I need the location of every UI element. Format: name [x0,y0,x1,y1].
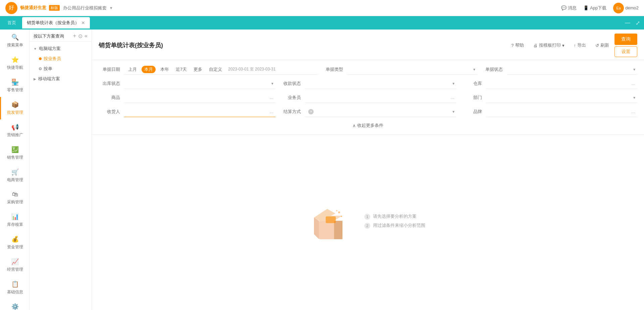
sidebar-item-sales[interactable]: 💹 销售管理 [0,142,29,164]
empty-step-1: 1 请先选择要分析的方案 [364,213,425,220]
help-btn[interactable]: ? 帮助 [508,41,526,50]
add-scheme-btn[interactable]: + [73,33,76,39]
empty-step-2: 2 用过滤条件来缩小分析范围 [364,222,425,229]
collect-status-field[interactable]: ▾ [305,78,456,89]
tab-maximize-btn[interactable]: ⤢ [634,18,641,28]
brand-name: 畅捷通好生意 [20,5,46,11]
user-area[interactable]: Ea demo2 [613,3,639,13]
tab-close-icon[interactable]: ✕ [81,20,85,25]
tab-home[interactable]: 首页 [3,17,21,29]
tree-child-salesman[interactable]: 按业务员 [39,54,92,64]
date-tab-last-month[interactable]: 上月 [126,66,139,73]
date-label: 单据日期 [99,66,120,72]
sidebar-item-purchase[interactable]: 🛍 采购管理 [0,187,29,209]
sidebar-item-search[interactable]: 🔍 搜索菜单 [0,30,29,52]
tree-item-desktop[interactable]: ▼ 电脑端方案 [30,44,92,54]
inventory-icon: 📊 [11,213,19,220]
collapse-btn[interactable]: ∧ 收起更多条件 [99,120,637,131]
tab-minimize-btn[interactable]: — [624,18,632,28]
ecommerce-icon: 🛒 [11,168,19,176]
date-tab-7days[interactable]: 近7天 [174,66,189,73]
warehouse-label: 仓库 [461,81,482,87]
topbar-right: 💬 消息 📱 App下载 Ea demo2 [561,3,639,13]
tree-toggle-icon: ▼ [34,47,37,51]
sidebar-label-quick-nav: 快捷导航 [7,65,23,70]
dept-field[interactable]: ▾ [486,92,637,103]
sidebar-item-system[interactable]: ⚙️ 系统管理 [0,299,29,310]
query-btn[interactable]: 查询 [614,34,637,45]
out-status-field[interactable]: ▾ [124,78,275,89]
tree-toggle-mobile-icon: ▶ [34,77,36,81]
refresh-btn[interactable]: ↺ 刷新 [593,41,612,50]
doc-status-field[interactable]: ▾ [507,64,637,75]
setting-btn[interactable]: 设置 [614,46,637,57]
edit-scheme-btn[interactable]: ⊙ [78,33,83,39]
content-area: 按以下方案查询 + ⊙ « ▼ 电脑端方案 按业务员 [30,30,644,310]
sidebar-item-finance[interactable]: 💰 资金管理 [0,231,29,254]
step-1-text: 请先选择要分析的方案 [373,213,417,219]
app-name[interactable]: 办公用品行业模拟账套 [63,5,107,11]
app-download-label: App下载 [590,5,606,11]
tree-item-mobile[interactable]: ▶ 移动端方案 [30,74,92,84]
sidebar-item-inventory[interactable]: 📊 库存核算 [0,209,29,231]
sidebar-item-retail[interactable]: 🏪 零售管理 [0,74,29,97]
filter-area: 单据日期 上月 本月 本年 近7天 更多 自定义 2023-03-01 至 20… [92,60,644,135]
payment-field[interactable]: × ▾ [305,106,456,117]
doc-type-field[interactable]: ▾ [347,64,478,75]
refresh-icon: ↺ [595,43,599,48]
brand-more-icon: … [631,109,635,114]
step-2-text: 用过滤条件来缩小分析范围 [373,222,425,228]
sidebar-label-retail: 零售管理 [7,87,23,93]
payment-label: 结算方式 [279,109,301,115]
svg-point-7 [341,216,342,217]
brand-field[interactable]: … [486,106,637,117]
page-header-right: ? 帮助 🖨 按模板打印 ▾ ↑ 导出 ↺ [508,34,637,57]
selected-dot-icon [39,57,42,60]
warehouse-more-icon: … [631,81,635,86]
tab-home-label: 首页 [7,20,16,26]
doc-type-arrow: ▾ [473,67,475,72]
date-tab-more[interactable]: 更多 [192,66,204,73]
sidebar: 🔍 搜索菜单 ⭐ 快捷导航 🏪 零售管理 📦 批发管理 📢 营销推广 💹 销售管… [0,30,30,310]
warehouse-field[interactable]: … [486,78,637,89]
goods-field[interactable]: … [124,92,275,103]
tree-child-order[interactable]: 按单 [39,64,92,74]
export-btn[interactable]: ↑ 导出 [571,41,589,50]
message-btn[interactable]: 💬 消息 [561,5,577,11]
salesman-field[interactable]: … [305,92,456,103]
sidebar-item-basic[interactable]: 📋 基础信息 [0,276,29,299]
sidebar-item-marketing[interactable]: 📢 营销推广 [0,119,29,142]
sidebar-item-operation[interactable]: 📈 经营管理 [0,254,29,276]
tag-label: 标版 [49,5,60,11]
dept-label: 部门 [461,95,482,101]
dropdown-icon[interactable]: ▾ [110,5,112,10]
recipient-field[interactable]: … [124,106,275,117]
payment-clear-btn[interactable]: × [308,109,314,114]
date-tabs: 上月 本月 本年 近7天 更多 自定义 [126,66,224,73]
collapse-panel-btn[interactable]: « [85,33,88,39]
app-download-btn[interactable]: 📱 App下载 [583,5,606,11]
export-label: 导出 [577,42,586,48]
right-panel: 销货单统计表(按业务员) ? 帮助 🖨 按模板打印 ▾ ↑ [92,30,644,310]
header-actions: ? 帮助 🖨 按模板打印 ▾ ↑ 导出 ↺ [508,41,612,50]
print-btn[interactable]: 🖨 按模板打印 ▾ [531,41,567,50]
sidebar-item-ecommerce[interactable]: 🛒 电商管理 [0,164,29,187]
print-icon: 🖨 [533,43,538,48]
export-icon: ↑ [574,43,576,48]
tab-sales-stat[interactable]: 销货单统计表（按业务员） ✕ [22,17,90,29]
logo-icon: 好 [5,2,17,14]
app-download-icon: 📱 [583,5,589,10]
left-panel-header: 按以下方案查询 + ⊙ « [30,30,92,42]
sidebar-item-quick-nav[interactable]: ⭐ 快捷导航 [0,52,29,74]
date-tab-this-month[interactable]: 本月 [142,66,156,73]
date-tab-this-year[interactable]: 本年 [158,66,171,73]
dept-arrow: ▾ [633,95,635,100]
topbar: 好 畅捷通好生意 标版 办公用品行业模拟账套 ▾ 💬 消息 📱 App下载 Ea… [0,0,644,16]
date-field[interactable]: 上月 本月 本年 近7天 更多 自定义 2023-03-01 至 2023-03… [124,64,318,75]
refresh-label: 刷新 [600,42,609,48]
sidebar-label-ecommerce: 电商管理 [7,177,23,183]
sidebar-item-wholesale[interactable]: 📦 批发管理 [0,97,29,119]
date-tab-custom[interactable]: 自定义 [207,66,224,73]
tree-item-mobile-label: 移动端方案 [38,76,60,82]
retail-icon: 🏪 [11,79,19,86]
